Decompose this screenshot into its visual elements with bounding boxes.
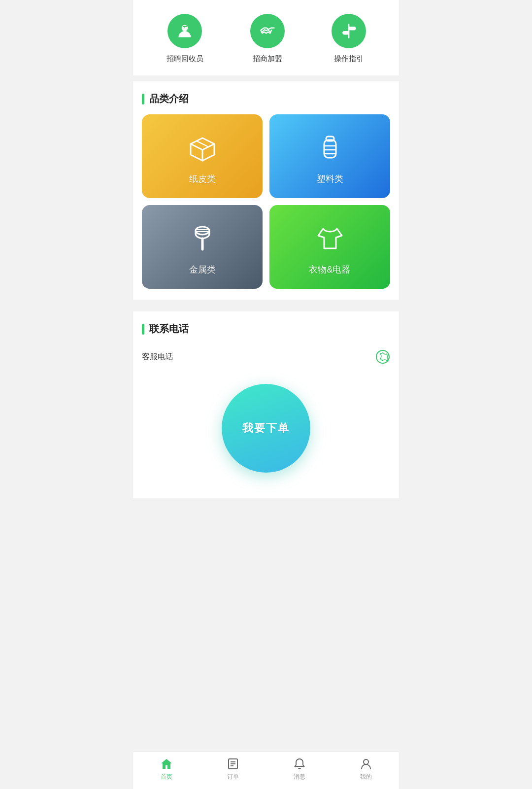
quick-action-franchise[interactable]: 招商加盟 bbox=[250, 14, 285, 64]
nav-item-home[interactable]: 首页 bbox=[133, 757, 200, 781]
franchise-icon-bg bbox=[250, 14, 285, 48]
phone-icon[interactable] bbox=[375, 349, 390, 364]
messages-nav-label: 消息 bbox=[294, 773, 305, 781]
contact-label: 客服电话 bbox=[142, 352, 173, 362]
svg-point-26 bbox=[364, 759, 368, 764]
svg-rect-11 bbox=[326, 137, 334, 141]
category-card-paper[interactable]: 纸皮类 bbox=[142, 114, 263, 198]
clothing-card-label: 衣物&电器 bbox=[309, 264, 350, 275]
divider-1 bbox=[133, 75, 399, 81]
guide-icon-bg bbox=[332, 14, 366, 48]
order-button-area: 我要下单 bbox=[142, 384, 390, 473]
tshirt-icon bbox=[313, 222, 347, 255]
category-section-title: 品类介绍 bbox=[142, 92, 390, 105]
orders-nav-label: 订单 bbox=[227, 773, 239, 781]
category-title-text: 品类介绍 bbox=[149, 92, 189, 105]
category-card-plastic[interactable]: 塑料类 bbox=[269, 114, 390, 198]
profile-icon bbox=[359, 757, 373, 771]
contact-section: 联系电话 客服电话 我要下单 bbox=[133, 311, 399, 498]
metal-card-label: 金属类 bbox=[189, 264, 216, 275]
category-card-clothing[interactable]: 衣物&电器 bbox=[269, 205, 390, 289]
plastic-card-label: 塑料类 bbox=[317, 173, 343, 185]
svg-point-15 bbox=[196, 227, 209, 235]
contact-title-bar-accent bbox=[142, 324, 144, 335]
recruit-label: 招聘回收员 bbox=[166, 54, 203, 64]
quick-actions-section: 招聘回收员 招商加盟 bbox=[133, 0, 399, 75]
contact-row: 客服电话 bbox=[142, 344, 390, 369]
main-content: 招聘回收员 招商加盟 bbox=[133, 0, 399, 538]
plastic-icon bbox=[313, 131, 347, 165]
profile-nav-label: 我的 bbox=[360, 773, 372, 781]
handshake-icon bbox=[259, 22, 276, 40]
metal-icon bbox=[185, 221, 220, 256]
category-grid: 纸皮类 塑料类 bbox=[142, 114, 390, 289]
orders-svg bbox=[227, 757, 239, 770]
order-button-label: 我要下单 bbox=[242, 421, 290, 436]
nav-item-orders[interactable]: 订单 bbox=[200, 757, 266, 781]
contact-section-title: 联系电话 bbox=[142, 322, 390, 336]
title-bar-accent bbox=[142, 94, 144, 104]
bell-svg bbox=[293, 757, 306, 770]
divider-2 bbox=[133, 300, 399, 306]
box-icon bbox=[186, 131, 219, 165]
screw-icon bbox=[186, 222, 219, 255]
quick-action-recruit[interactable]: 招聘回收员 bbox=[166, 14, 203, 64]
home-nav-label: 首页 bbox=[161, 773, 172, 781]
signpost-icon bbox=[340, 22, 358, 40]
home-svg bbox=[160, 757, 173, 770]
messages-icon bbox=[293, 757, 306, 771]
category-section: 品类介绍 纸皮类 bbox=[133, 81, 399, 300]
orders-icon bbox=[226, 757, 240, 771]
franchise-label: 招商加盟 bbox=[253, 54, 282, 64]
recruit-icon-bg bbox=[167, 14, 202, 48]
svg-marker-7 bbox=[342, 31, 349, 34]
category-card-metal[interactable]: 金属类 bbox=[142, 205, 263, 289]
clothing-icon bbox=[313, 221, 347, 256]
home-icon bbox=[160, 757, 173, 771]
paper-card-label: 纸皮类 bbox=[189, 173, 216, 185]
quick-action-guide[interactable]: 操作指引 bbox=[332, 14, 366, 64]
svg-marker-5 bbox=[349, 27, 356, 30]
person-svg bbox=[360, 757, 372, 770]
svg-rect-10 bbox=[324, 140, 336, 158]
svg-line-9 bbox=[197, 141, 208, 147]
phone-svg bbox=[376, 350, 390, 364]
nav-item-messages[interactable]: 消息 bbox=[266, 757, 332, 781]
guide-label: 操作指引 bbox=[334, 54, 364, 64]
svg-rect-1 bbox=[183, 26, 187, 27]
order-button[interactable]: 我要下单 bbox=[222, 384, 310, 473]
person-badge-icon bbox=[176, 22, 194, 40]
bottle-icon bbox=[313, 131, 347, 165]
contact-title-text: 联系电话 bbox=[149, 322, 189, 336]
paper-icon bbox=[185, 131, 220, 165]
nav-item-profile[interactable]: 我的 bbox=[332, 757, 399, 781]
bottom-nav: 首页 订单 消息 我的 bbox=[133, 752, 399, 789]
